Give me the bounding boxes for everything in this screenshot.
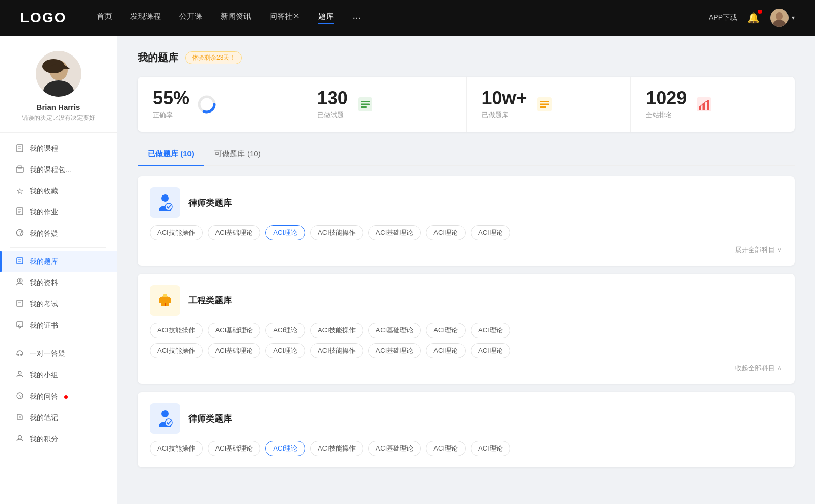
logo[interactable]: LOGO	[20, 10, 66, 26]
svg-point-26	[18, 325, 21, 328]
sidebar-item-questionbank[interactable]: 我的题库	[0, 251, 117, 272]
svg-rect-39	[361, 101, 370, 102]
tags-row: ACI技能操作 ACI基础理论 ACI理论 ACI技能操作 ACI基础理论 AC…	[150, 323, 782, 338]
navbar-right: APP下载 🔔 ▾	[709, 9, 795, 27]
sidebar-label: 我的证书	[30, 321, 58, 330]
course-icon	[15, 144, 24, 154]
svg-rect-41	[361, 106, 367, 108]
points-icon	[15, 434, 24, 444]
tag[interactable]: ACI理论	[426, 225, 466, 240]
tag[interactable]: ACI技能操作	[310, 323, 363, 338]
nav-news[interactable]: 新闻资讯	[221, 12, 251, 24]
sidebar-item-points[interactable]: 我的积分	[0, 429, 117, 450]
sidebar-item-tutoring[interactable]: 一对一答疑	[0, 343, 117, 365]
stat-value: 130	[317, 89, 348, 107]
sidebar-item-mycourse[interactable]: 我的课程	[0, 138, 117, 159]
bank-name-1: 工程类题库	[188, 295, 232, 306]
svg-rect-23	[17, 300, 23, 306]
tag[interactable]: ACI基础理论	[368, 441, 421, 456]
tag[interactable]: ACI技能操作	[310, 441, 363, 456]
tag[interactable]: ACI基础理论	[368, 343, 421, 358]
exams-icon	[15, 299, 24, 310]
tag[interactable]: ACI技能操作	[150, 323, 203, 338]
tab-available[interactable]: 可做题库 (10)	[204, 144, 271, 166]
qa-icon: ?	[15, 229, 24, 239]
tag[interactable]: ACI技能操作	[310, 225, 363, 240]
expand-link-1[interactable]: 收起全部科目 ∧	[150, 363, 782, 373]
svg-text:?: ?	[19, 394, 22, 399]
notification-bell[interactable]: 🔔	[747, 12, 760, 24]
tag[interactable]: ACI理论	[471, 441, 510, 456]
tag[interactable]: ACI技能操作	[310, 343, 363, 358]
coursepack-icon	[15, 165, 24, 175]
svg-rect-18	[17, 258, 23, 264]
tag[interactable]: ACI理论	[426, 343, 466, 358]
avatar	[770, 9, 789, 27]
tag[interactable]: ACI技能操作	[150, 225, 203, 240]
svg-rect-45	[540, 106, 546, 108]
navbar: LOGO 首页 发现课程 公开课 新闻资讯 问答社区 题库 ··· APP下载 …	[0, 0, 815, 36]
tag[interactable]: ACI基础理论	[208, 225, 261, 240]
sidebar-item-answers[interactable]: ? 我的答疑	[0, 223, 117, 244]
bank-card-header: 律师类题库	[150, 187, 782, 218]
tag[interactable]: ACI理论	[265, 343, 305, 358]
profile-name: Brian Harris	[37, 103, 80, 111]
tag[interactable]: ACI基础理论	[208, 323, 261, 338]
page-header: 我的题库 体验剩余23天！	[138, 51, 795, 65]
tag-active[interactable]: ACI理论	[265, 441, 305, 456]
chevron-down-icon: ▾	[792, 14, 795, 21]
bank-card-header: 律师类题库	[150, 403, 782, 434]
tag[interactable]: ACI基础理论	[208, 343, 261, 358]
nav-discover[interactable]: 发现课程	[130, 12, 161, 24]
profile-avatar	[36, 51, 82, 97]
stat-label: 已做试题	[317, 110, 348, 120]
svg-rect-25	[17, 322, 23, 327]
nav-home[interactable]: 首页	[97, 12, 112, 24]
sidebar-item-coursepack[interactable]: 我的课程包...	[0, 159, 117, 181]
navbar-links: 首页 发现课程 公开课 新闻资讯 问答社区 题库 ···	[97, 12, 709, 24]
engineering-icon	[150, 285, 180, 316]
sidebar-item-certs[interactable]: 我的证书	[0, 315, 117, 337]
tag-active[interactable]: ACI理论	[265, 225, 305, 240]
tag[interactable]: ACI理论	[471, 225, 510, 240]
nav-more[interactable]: ···	[352, 12, 361, 24]
lawyer-icon	[150, 187, 180, 218]
tag[interactable]: ACI理论	[426, 441, 466, 456]
tag[interactable]: ACI理论	[265, 323, 305, 338]
nav-open-course[interactable]: 公开课	[179, 12, 202, 24]
bank-card-0: 律师类题库 ACI技能操作 ACI基础理论 ACI理论 ACI技能操作 ACI基…	[138, 176, 795, 266]
sidebar-label: 我的问答	[30, 392, 58, 401]
tag[interactable]: ACI理论	[471, 323, 510, 338]
page-title: 我的题库	[138, 51, 178, 65]
sidebar-item-homework[interactable]: 我的作业	[0, 202, 117, 223]
sidebar-menu: 我的课程 我的课程包... ☆ 我的收藏 我的作业 ?	[0, 138, 117, 450]
tag[interactable]: ACI基础理论	[208, 441, 261, 456]
lawyer-icon-2	[150, 403, 180, 434]
tags-section-1a: ACI技能操作 ACI基础理论 ACI理论 ACI技能操作 ACI基础理论 AC…	[150, 323, 782, 338]
tag[interactable]: ACI基础理论	[368, 323, 421, 338]
star-icon: ☆	[15, 186, 24, 196]
sidebar-item-notes[interactable]: 我的笔记	[0, 407, 117, 429]
tag[interactable]: ACI理论	[426, 323, 466, 338]
sidebar-item-materials[interactable]: 我的资料	[0, 272, 117, 294]
svg-point-1	[776, 12, 783, 20]
sidebar-label: 我的答疑	[30, 229, 58, 238]
tag[interactable]: ACI技能操作	[150, 343, 203, 358]
tags-row: ACI技能操作 ACI基础理论 ACI理论 ACI技能操作 ACI基础理论 AC…	[150, 441, 782, 456]
user-avatar-menu[interactable]: ▾	[770, 9, 795, 27]
sidebar-item-myqa[interactable]: ? 我的问答	[0, 386, 117, 407]
app-download-button[interactable]: APP下载	[709, 13, 737, 22]
nav-questionbank[interactable]: 题库	[318, 12, 334, 24]
tag[interactable]: ACI技能操作	[150, 441, 203, 456]
expand-link-0[interactable]: 展开全部科目 ∨	[150, 245, 782, 255]
sidebar-item-groups[interactable]: 我的小组	[0, 365, 117, 386]
tab-done[interactable]: 已做题库 (10)	[138, 144, 204, 166]
sidebar-item-exams[interactable]: 我的考试	[0, 294, 117, 315]
sidebar-item-favorites[interactable]: ☆ 我的收藏	[0, 181, 117, 202]
svg-rect-40	[361, 104, 370, 105]
nav-qa[interactable]: 问答社区	[269, 12, 300, 24]
tag[interactable]: ACI基础理论	[368, 225, 421, 240]
tags-row: ACI技能操作 ACI基础理论 ACI理论 ACI技能操作 ACI基础理论 AC…	[150, 225, 782, 240]
tag[interactable]: ACI理论	[471, 343, 510, 358]
svg-point-22	[19, 279, 22, 282]
